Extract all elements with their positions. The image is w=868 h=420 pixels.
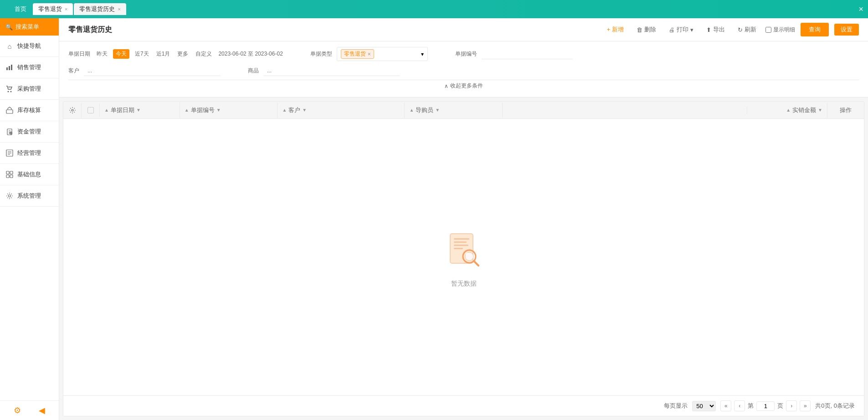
type-tag-close[interactable]: × bbox=[368, 51, 371, 57]
sidebar-purchase-label: 采购管理 bbox=[17, 85, 41, 93]
date-opt-yesterday[interactable]: 昨天 bbox=[95, 49, 109, 59]
empty-state: 暂无数据 bbox=[63, 119, 864, 395]
sidebar-item-quick-nav[interactable]: ⌂ 快捷导航 bbox=[0, 36, 59, 57]
sidebar-item-purchase-mgmt[interactable]: 采购管理 bbox=[0, 78, 59, 100]
tab-retail-return[interactable]: 零售退货 × bbox=[33, 3, 73, 15]
add-button[interactable]: + 新增 bbox=[603, 24, 627, 36]
sort-icon-date-up: ▲ bbox=[104, 108, 109, 113]
per-page-select[interactable]: 50 100 200 bbox=[692, 401, 716, 411]
th-action: 操作 bbox=[827, 102, 864, 118]
svg-rect-1 bbox=[9, 66, 10, 70]
type-tag: 零售退货 × bbox=[341, 49, 374, 59]
refresh-icon: ↻ bbox=[738, 26, 743, 33]
per-page-label: 每页显示 bbox=[664, 402, 688, 410]
no-input[interactable] bbox=[482, 49, 573, 59]
th-customer[interactable]: ▲ 客户 ▼ bbox=[277, 102, 405, 118]
customer-input[interactable] bbox=[84, 66, 221, 76]
tab-retail-return-history[interactable]: 零售退货历史 × bbox=[74, 3, 126, 15]
th-customer-label: 客户 bbox=[288, 106, 300, 114]
sidebar-quick-nav-label: 快捷导航 bbox=[17, 42, 41, 50]
type-select[interactable]: 零售退货 × ▾ bbox=[337, 47, 428, 61]
query-button[interactable]: 查询 bbox=[801, 23, 829, 36]
settings-bottom-icon[interactable]: ⚙ bbox=[14, 405, 21, 415]
page-input[interactable] bbox=[756, 401, 775, 411]
sidebar-item-finance[interactable]: 资金管理 bbox=[0, 121, 59, 143]
page-last-btn[interactable]: » bbox=[800, 400, 811, 411]
sort-icon-guide-up: ▲ bbox=[409, 108, 414, 113]
print-icon: 🖨 bbox=[669, 26, 675, 33]
th-checkbox[interactable] bbox=[82, 103, 100, 117]
sidebar-sales-label: 销售管理 bbox=[17, 63, 41, 72]
collapse-icon: ∧ bbox=[444, 83, 448, 89]
settings-button[interactable]: 设置 bbox=[834, 24, 859, 36]
display-detail-checkbox[interactable] bbox=[765, 27, 771, 33]
display-detail-label: 显示明细 bbox=[773, 26, 795, 34]
date-opt-more[interactable]: 更多 bbox=[175, 49, 190, 59]
th-amount[interactable]: ▲ 实销金额 ▼ bbox=[747, 102, 827, 118]
customer-filter: 客户 bbox=[68, 66, 221, 76]
svg-line-22 bbox=[474, 261, 478, 266]
page-next-btn[interactable]: › bbox=[786, 400, 797, 411]
sidebar-search-label: 搜索菜单 bbox=[15, 23, 39, 31]
svg-rect-18 bbox=[454, 245, 468, 246]
page-prev-btn[interactable]: ‹ bbox=[734, 400, 745, 411]
total-text: 共0页, 0条记录 bbox=[815, 402, 855, 410]
sidebar-item-sales-mgmt[interactable]: 销售管理 bbox=[0, 57, 59, 78]
date-opt-custom[interactable]: 自定义 bbox=[194, 49, 214, 59]
sort-icon-customer-down: ▼ bbox=[302, 108, 307, 113]
top-bar: 首页 零售退货 × 零售退货历史 × × bbox=[0, 0, 868, 18]
sort-icon-guide-down: ▼ bbox=[435, 108, 440, 113]
refresh-button[interactable]: ↻ 刷新 bbox=[734, 24, 760, 36]
delete-button[interactable]: 🗑 删除 bbox=[633, 24, 660, 36]
select-all-checkbox[interactable] bbox=[87, 107, 94, 113]
date-label: 单据日期 bbox=[68, 50, 90, 58]
type-tag-label: 零售退货 bbox=[344, 50, 366, 58]
th-action-label: 操作 bbox=[840, 106, 852, 114]
svg-point-23 bbox=[466, 253, 468, 256]
th-guide[interactable]: ▲ 导购员 ▼ bbox=[405, 102, 503, 118]
delete-label: 删除 bbox=[644, 26, 656, 34]
svg-rect-11 bbox=[6, 175, 9, 178]
sidebar-search[interactable]: 🔍 搜索菜单 bbox=[0, 18, 59, 36]
sidebar-item-system[interactable]: 系统管理 bbox=[0, 185, 59, 207]
tab-retail-return-history-close[interactable]: × bbox=[118, 6, 120, 12]
sidebar-item-inventory[interactable]: 库存核算 bbox=[0, 100, 59, 121]
collapse-sidebar-icon[interactable]: ◀ bbox=[39, 405, 45, 415]
sort-icon-customer-up: ▲ bbox=[282, 108, 287, 113]
main-layout: 🔍 搜索菜单 ⌂ 快捷导航 销售管理 采购管理 库存核算 bbox=[0, 18, 868, 420]
svg-rect-12 bbox=[10, 175, 13, 178]
th-date[interactable]: ▲ 单据日期 ▼ bbox=[100, 102, 180, 118]
page-header: 零售退货历史 + 新增 🗑 删除 🖨 打印 ▾ ⬆ 导出 ↻ bbox=[59, 18, 868, 41]
tab-home[interactable]: 首页 bbox=[9, 3, 32, 15]
page-suffix: 页 bbox=[777, 402, 783, 410]
print-button[interactable]: 🖨 打印 ▾ bbox=[665, 24, 697, 36]
page-label: 第 bbox=[748, 402, 754, 410]
page-first-btn[interactable]: « bbox=[720, 400, 731, 411]
sidebar-basic-info-label: 基础信息 bbox=[17, 170, 41, 179]
sidebar-finance-label: 资金管理 bbox=[17, 128, 41, 136]
sidebar-item-basic-info[interactable]: 基础信息 bbox=[0, 164, 59, 185]
pagination: 每页显示 50 100 200 « ‹ 第 页 › » 共0页, 0条记录 bbox=[63, 395, 864, 416]
display-detail-toggle[interactable]: 显示明细 bbox=[765, 26, 795, 34]
sort-icon-amount-down: ▼ bbox=[818, 108, 822, 113]
tab-retail-return-close[interactable]: × bbox=[65, 6, 67, 12]
settings-gear-icon bbox=[69, 107, 76, 114]
window-close-btn[interactable]: × bbox=[858, 5, 863, 14]
sort-icon-amount-up: ▲ bbox=[786, 108, 791, 113]
th-settings[interactable] bbox=[63, 103, 82, 118]
sales-icon bbox=[5, 63, 14, 72]
sort-icon-date-down: ▼ bbox=[136, 108, 141, 113]
system-icon bbox=[5, 192, 14, 200]
goods-input[interactable] bbox=[263, 66, 400, 76]
sort-icon-no-up: ▲ bbox=[185, 108, 189, 113]
date-options: 昨天 今天 近7天 近1月 更多 自定义 bbox=[95, 49, 214, 59]
empty-text: 暂无数据 bbox=[451, 280, 477, 288]
date-opt-7days[interactable]: 近7天 bbox=[133, 49, 151, 59]
date-opt-today[interactable]: 今天 bbox=[113, 49, 129, 59]
collapse-btn[interactable]: ∧ 收起更多条件 bbox=[68, 80, 859, 92]
svg-rect-5 bbox=[6, 110, 13, 113]
sidebar-item-operation[interactable]: 经营管理 bbox=[0, 143, 59, 164]
export-button[interactable]: ⬆ 导出 bbox=[703, 24, 729, 36]
date-opt-1month[interactable]: 近1月 bbox=[154, 49, 172, 59]
th-no[interactable]: ▲ 单据编号 ▼ bbox=[180, 102, 278, 118]
